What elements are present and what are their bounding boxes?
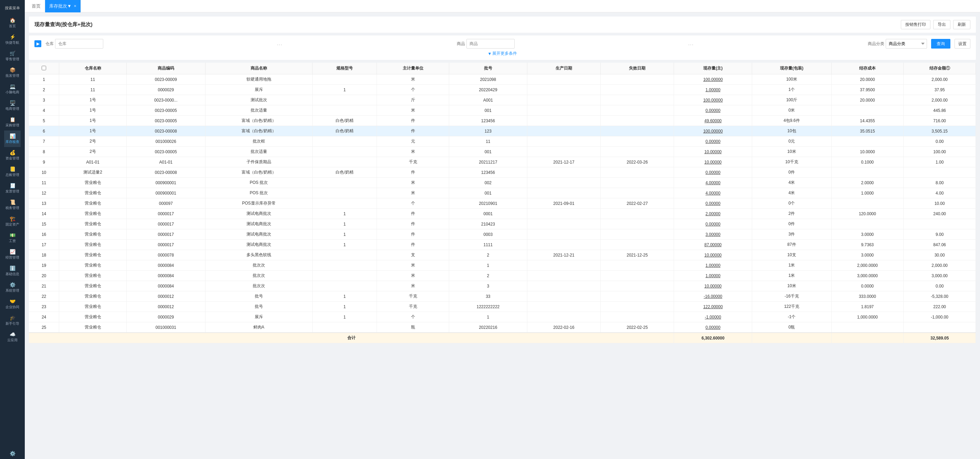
cell-qty-main-24[interactable]: 0.00000 [674,322,752,333]
sidebar-icon-18: 🎓 [10,315,16,320]
sidebar-item-17[interactable]: 🤝企业协同 [4,296,21,312]
cell-qty-main-6[interactable]: 0.00000 [674,136,752,147]
sidebar-item-16[interactable]: ⚙️系统管理 [4,279,21,296]
cell-qty-main-13[interactable]: 2.00000 [674,209,752,219]
refresh-button[interactable]: 刷新 [953,20,970,29]
cell-spec-17 [313,250,377,260]
sidebar-settings[interactable]: ⚙️ [0,448,25,459]
cell-qty-main-7[interactable]: 10.00000 [674,147,752,157]
sidebar-label-1: 快捷导航 [5,40,19,45]
sidebar-item-12[interactable]: 🏗️固定资产 [4,213,21,230]
cell-batch-6: 11 [449,136,527,147]
cell-qty-main-3[interactable]: 0.00000 [674,105,752,116]
sidebar-item-5[interactable]: 🖥️电商管理 [4,97,21,114]
table-footer: 合计 6,302.60000 32,589.05 [29,333,976,343]
cell-exp-1 [601,85,674,95]
sidebar-item-18[interactable]: 🎓新手引导 [4,312,21,329]
cell-prod-24: 2022-02-16 [527,322,600,333]
cell-qty-main-10[interactable]: 4.00000 [674,178,752,188]
cell-exp-13 [601,209,674,219]
sidebar-icon-5: 🖥️ [10,100,16,106]
cell-qty-main-12[interactable]: 0.00000 [674,198,752,209]
cell-name-21: 批号 [205,291,312,302]
cell-name-5: 富域（白色/奶精） [205,126,312,136]
cell-qty-main-0[interactable]: 100.00000 [674,74,752,85]
page-title: 现存量查询(按仓库+批次) [34,21,92,28]
cell-spec-1: 1 [313,85,377,95]
cell-qty-main-18[interactable]: 1.00000 [674,260,752,271]
cell-batch-14: 210423 [449,219,527,230]
sidebar-item-0[interactable]: 🏠首页 [4,15,21,31]
cell-batch-8: 20211217 [449,157,527,167]
cell-qty-main-9[interactable]: 0.00000 [674,167,752,178]
expand-filter-button[interactable]: ▼ 展开更多条件 [34,51,970,56]
sidebar-item-8[interactable]: 💰资金管理 [4,147,21,164]
cell-code-10: 000900001 [126,178,205,188]
sidebar-label-10: 发票管理 [5,189,19,194]
sidebar-icon-17: 🤝 [10,298,16,304]
table-row: 1 11 0023-00009 软硬通用地拖 米 2021098 100.000… [29,74,976,85]
cell-warehouse-0: 11 [59,74,127,85]
select-all-checkbox[interactable] [41,66,46,70]
cell-spec-18 [313,260,377,271]
cell-name-12: POS显示库存异常 [205,198,312,209]
cell-qty-main-22[interactable]: 122.00000 [674,302,752,312]
cell-qty-main-19[interactable]: 1.00000 [674,271,752,281]
sidebar-item-2[interactable]: 🛒零售管理 [4,48,21,64]
sidebar-logo[interactable]: 搜索菜单 [0,3,25,13]
page-header: 现存量查询(按仓库+批次) 按销售打印 导出 刷新 [29,16,976,33]
sidebar-label-9: 总账管理 [5,172,19,177]
print-button[interactable]: 按销售打印 [901,20,931,29]
cell-qty-main-8[interactable]: 10.00000 [674,157,752,167]
cell-qty-main-20[interactable]: 10.00000 [674,281,752,291]
cell-qty-main-1[interactable]: 1.00000 [674,85,752,95]
cell-qty-main-15[interactable]: 3.00000 [674,230,752,240]
cell-qty-main-16[interactable]: 87.00000 [674,240,752,250]
tab-inventory-batch[interactable]: 库存批次▼ ✕ [45,0,81,13]
sidebar-item-1[interactable]: ⚡快捷导航 [4,31,21,48]
filter-toggle-button[interactable]: ▶ [34,40,41,47]
table-row: 14 营业粮仓 0000017 测试电商批次 1 件 0001 2.00000 … [29,209,976,219]
sidebar-item-4[interactable]: 💻小脑电商 [4,81,21,97]
sidebar-item-15[interactable]: ℹ️基础信息 [4,263,21,279]
warehouse-input[interactable] [55,39,103,49]
sidebar-item-6[interactable]: 📋采购管理 [4,114,21,131]
export-button[interactable]: 导出 [933,20,950,29]
cell-qty-main-5[interactable]: 100.00000 [674,126,752,136]
cell-no-1: 2 [29,85,59,95]
cell-spec-13: 1 [313,209,377,219]
cell-qty-main-23[interactable]: -1.00000 [674,312,752,322]
cell-code-9: 0023-00008 [126,167,205,178]
cell-unit-7: 米 [377,147,449,157]
cell-no-16: 17 [29,240,59,250]
search-button[interactable]: 查询 [931,39,950,49]
tab-home[interactable]: 首页 [27,0,45,13]
col-exp-date: 失效日期 [601,63,674,74]
sidebar-item-9[interactable]: 📒总账管理 [4,164,21,180]
table-row: 9 A01-01 A01-01 子件保质期品 千克 20211217 2021-… [29,157,976,167]
sidebar-item-13[interactable]: 💵工资 [4,230,21,246]
sidebar: 搜索菜单 🏠首页⚡快捷导航🛒零售管理📦批发管理💻小脑电商🖥️电商管理📋采购管理📊… [0,0,25,459]
cell-code-21: 0000012 [126,291,205,302]
sidebar-item-7[interactable]: 📊库存核查 [4,131,21,147]
sidebar-item-3[interactable]: 📦批发管理 [4,64,21,81]
col-checkbox[interactable] [29,63,59,74]
cell-qty-main-4[interactable]: 49.60000 [674,116,752,126]
sidebar-item-11[interactable]: 📜税务管理 [4,197,21,213]
filter-settings-button[interactable]: 设置 [955,39,970,49]
cell-qty-main-21[interactable]: -16.00000 [674,291,752,302]
sidebar-item-14[interactable]: 📈经营管理 [4,246,21,263]
sidebar-item-10[interactable]: 🧾发票管理 [4,180,21,197]
category-select[interactable]: 商品分类 [886,39,927,49]
cell-qty-main-11[interactable]: 4.00000 [674,188,752,198]
tab-close-icon[interactable]: ✕ [74,4,76,8]
cell-spec-22: 1 [313,302,377,312]
cell-qty-main-2[interactable]: 100.00000 [674,95,752,105]
cell-spec-8 [313,157,377,167]
cell-qty-main-14[interactable]: 0.00000 [674,219,752,230]
goods-input[interactable] [466,39,515,49]
cell-qty-main-17[interactable]: 10.00000 [674,250,752,260]
sidebar-item-19[interactable]: ☁️云应用 [4,329,21,345]
cell-unit-4: 件 [377,116,449,126]
cell-code-0: 0023-00009 [126,74,205,85]
